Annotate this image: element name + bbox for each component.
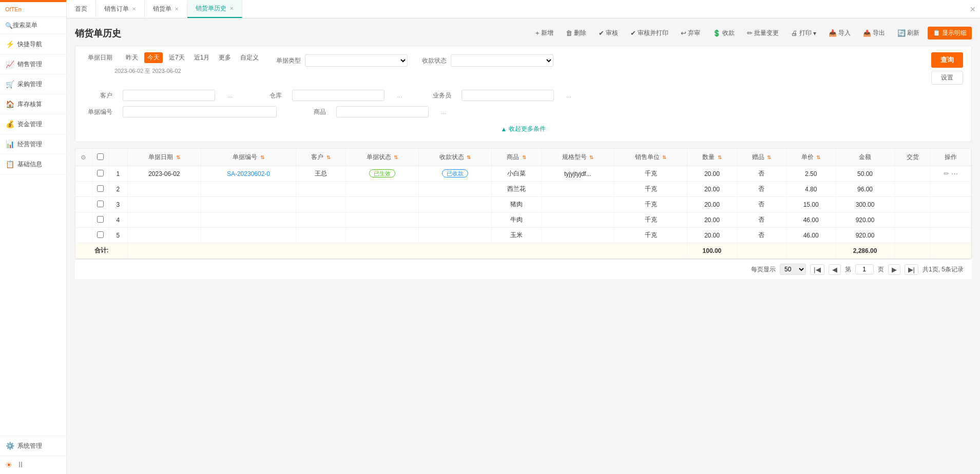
th-spec[interactable]: 规格型号 ⇅ [541, 149, 614, 166]
salesperson-ellipsis[interactable]: ... [566, 92, 571, 99]
row-doc-number-3[interactable] [201, 212, 296, 228]
row-num-4: 5 [108, 228, 128, 243]
row-spec-0: tyjyjtyjdf... [541, 166, 614, 182]
payment-status-select[interactable] [451, 54, 553, 67]
collect-button[interactable]: 💲 收款 [708, 27, 739, 40]
sidebar-footer-icon2[interactable]: ⏸ [16, 460, 25, 470]
main-content: 首页 销售订单 ✕ 销货单 ✕ 销货单历史 ✕ ✕ 销货单历史 + 新增 [67, 0, 980, 474]
row-gift-2: 否 [737, 197, 786, 212]
customer-ellipsis[interactable]: ... [227, 92, 233, 99]
next-page-btn[interactable]: ▶ [888, 264, 900, 275]
sidebar-item-quick-nav[interactable]: ⚡ 快捷导航 [0, 34, 66, 54]
audit-print-icon: ✔ [630, 29, 636, 37]
select-all-checkbox[interactable] [97, 153, 104, 160]
sidebar-item-search-menu[interactable]: 🔍 搜索菜单 [0, 17, 66, 34]
row-checkbox-1[interactable] [92, 182, 108, 197]
row-payment-status-1 [419, 182, 492, 197]
date-btn-more[interactable]: 更多 [216, 52, 234, 63]
tab-sales-order[interactable]: 销售订单 ✕ [96, 1, 145, 17]
date-btn-today[interactable]: 今天 [144, 52, 163, 63]
row-quantity-1: 20.00 [687, 182, 737, 197]
sort-unit-price-icon: ⇅ [816, 154, 820, 160]
customer-input[interactable] [123, 90, 215, 101]
th-product[interactable]: 商品 ⇅ [492, 149, 541, 166]
th-payment-status[interactable]: 收款状态 ⇅ [419, 149, 492, 166]
date-range-display: 2023-06-02 至 2023-06-02 [114, 68, 181, 74]
row-doc-number-0[interactable]: SA-20230602-0 [201, 166, 296, 182]
tab-sales-delivery-close[interactable]: ✕ [175, 6, 179, 12]
sidebar-item-sales-mgmt[interactable]: 📈 销售管理 [0, 54, 66, 74]
th-doc-date[interactable]: 单据日期 ⇅ [128, 149, 201, 166]
sidebar-label-basic-info: 基础信息 [17, 160, 42, 169]
tab-sales-history[interactable]: 销货单历史 ✕ [187, 0, 242, 18]
sidebar-item-basic-info[interactable]: 📋 基础信息 [0, 154, 66, 174]
row-doc-number-1[interactable] [201, 182, 296, 197]
date-btn-last7days[interactable]: 近7天 [166, 52, 188, 63]
edit-icon-0[interactable]: ✏ [944, 170, 949, 177]
doc-icon: 📋 [5, 160, 14, 169]
first-page-btn[interactable]: |◀ [810, 264, 824, 275]
batch-change-button[interactable]: ✏ 批量变更 [743, 27, 783, 40]
setting-button[interactable]: 设置 [931, 71, 963, 85]
row-doc-number-4[interactable] [201, 228, 296, 243]
sidebar-item-inventory-calc[interactable]: 🏠 库存核算 [0, 94, 66, 114]
table-settings-icon[interactable]: ⚙ [81, 154, 86, 161]
th-unit[interactable]: 销售单位 ⇅ [614, 149, 687, 166]
row-checkbox-0[interactable] [92, 166, 108, 182]
th-gift[interactable]: 赠品 ⇅ [737, 149, 786, 166]
product-input[interactable] [336, 106, 429, 117]
sidebar-footer-icon1[interactable]: ☀ [5, 460, 12, 470]
doc-type-select[interactable] [305, 54, 408, 67]
product-ellipsis[interactable]: ... [441, 108, 446, 115]
audit-print-button[interactable]: ✔ 审核并打印 [626, 27, 672, 40]
salesperson-input[interactable] [462, 90, 554, 101]
row-customer-3 [296, 212, 345, 228]
last-page-btn[interactable]: ▶| [905, 264, 918, 275]
tab-sales-order-close[interactable]: ✕ [132, 6, 136, 12]
sidebar-item-purchase-mgmt[interactable]: 🛒 采购管理 [0, 74, 66, 94]
print-button[interactable]: 🖨 打印 ▾ [787, 27, 820, 40]
collapse-btn[interactable]: ▲ 收起更多条件 [501, 123, 546, 135]
audit-button[interactable]: ✔ 审核 [594, 27, 622, 40]
export-button[interactable]: 📤 导出 [859, 27, 889, 40]
row-quantity-2: 20.00 [687, 197, 737, 212]
row-checkbox-4[interactable] [92, 228, 108, 243]
sidebar-item-fund-mgmt[interactable]: 💰 资金管理 [0, 114, 66, 134]
tab-home[interactable]: 首页 [67, 1, 96, 17]
delete-button[interactable]: 🗑 删除 [562, 27, 590, 40]
page-size-select[interactable]: 50 20 100 [780, 264, 806, 275]
import-button[interactable]: 📥 导入 [824, 27, 855, 40]
tab-sales-delivery[interactable]: 销货单 ✕ [145, 1, 187, 17]
doc-number-label: 单据编号 [84, 108, 112, 116]
add-button[interactable]: + 新增 [531, 27, 558, 40]
th-doc-status[interactable]: 单据状态 ⇅ [345, 149, 418, 166]
th-quantity[interactable]: 数量 ⇅ [687, 149, 737, 166]
tab-bar-close-all[interactable]: ✕ [970, 5, 980, 13]
th-doc-number[interactable]: 单据编号 ⇅ [201, 149, 296, 166]
warehouse-input[interactable] [292, 90, 385, 101]
row-checkbox-2[interactable] [92, 197, 108, 212]
date-btn-yesterday[interactable]: 昨天 [123, 52, 141, 63]
warehouse-ellipsis[interactable]: ... [397, 92, 402, 99]
row-doc-number-2[interactable] [201, 197, 296, 212]
date-btn-custom[interactable]: 自定义 [237, 52, 262, 63]
doc-number-input[interactable] [123, 106, 277, 117]
th-customer[interactable]: 客户 ⇅ [296, 149, 345, 166]
show-detail-button[interactable]: 📋 显示明细 [928, 27, 972, 40]
more-icon-0[interactable]: ⋯ [951, 170, 958, 177]
doc-type-label: 单据类型 [272, 56, 301, 65]
discard-button[interactable]: ↩ 弃审 [677, 27, 704, 40]
row-checkbox-3[interactable] [92, 212, 108, 228]
refresh-button[interactable]: 🔄 刷新 [893, 27, 924, 40]
row-settings-2 [75, 197, 92, 212]
sidebar-item-system-mgmt[interactable]: ⚙️ 系统管理 [0, 436, 66, 456]
query-button[interactable]: 查询 [931, 52, 963, 68]
prev-page-btn[interactable]: ◀ [829, 264, 841, 275]
tab-sales-history-close[interactable]: ✕ [229, 6, 234, 11]
sidebar-item-ops-mgmt[interactable]: 📊 经营管理 [0, 134, 66, 154]
th-unit-price[interactable]: 单价 ⇅ [786, 149, 835, 166]
page-number-input[interactable] [855, 264, 874, 274]
date-btn-last1month[interactable]: 近1月 [191, 52, 213, 63]
total-info: 共1页, 5条记录 [923, 265, 964, 274]
row-amount-4: 920.00 [836, 228, 894, 243]
